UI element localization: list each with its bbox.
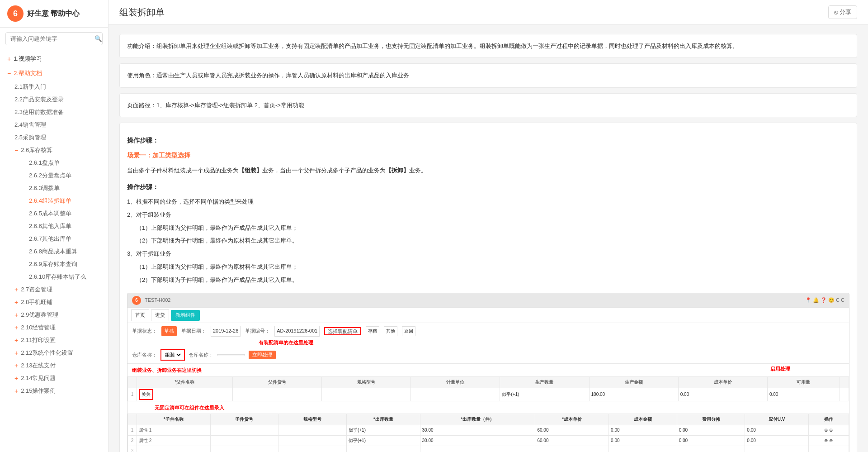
sidebar-item-ops[interactable]: + 2.10经营管理 [14,321,108,334]
sidebar-item-label: 2.8手机旺铺 [21,298,52,306]
sidebar-item-label: 2.9优惠券管理 [21,311,58,319]
top-bar: 组装拆卸单 ⎋ 分享 [108,0,868,25]
annotation-text2: 组装业务、拆卸业务在这里切换 [132,367,202,373]
mock-th-parent-no: 父件货号 [232,376,321,388]
scene1-title: 场景一：加工类型选择 [127,150,849,161]
steps-block: 操作步骤： 场景一：加工类型选择 当由多个子件材料组装成一个成品的业务为【组装】… [119,123,857,452]
screenshot-container: 6 TEST-H002 📍 🔔 ❓ 😊 C C 首页 进货 新增组件 单据状态：… [127,293,849,452]
mock-amount-val: 100.00 [589,388,678,401]
sidebar-item-customize[interactable]: + 2.12系统个性化设置 [14,347,108,359]
sidebar-item-stockcheck[interactable]: 2.6.9库存账本查询 [29,258,108,271]
mock-confirm-btn[interactable]: 立即处理 [249,351,276,359]
sidebar-item-partition[interactable]: 2.6.2分量盘点单 [29,169,108,182]
sidebar-item-faq[interactable]: + 2.14常见问题 [14,372,108,385]
search-button[interactable]: 🔍 [91,33,103,45]
sidebar-item-label: 2.1新手入门 [14,83,46,91]
sidebar-item-inother[interactable]: 2.6.6其他入库单 [29,220,108,233]
mock-child-spec2 [278,436,347,446]
mock-child-amount1: 0.00 [609,425,677,436]
mock-th-out-qty: *出库数量 [346,414,420,425]
sidebar-item-data[interactable]: 2.3使用前数据准备 [14,106,108,119]
sidebar-item-goodscost[interactable]: 2.6.8商品成本重算 [29,245,108,258]
mock-th-child-amount: 成本金额 [609,414,677,425]
role-block: 使用角色：通常由生产人员或库管人员完成拆装业务的操作，库管人员确认原材料的出库和… [119,63,857,87]
sidebar-item-purchase[interactable]: 2.5采购管理 [14,131,108,144]
step1: 1、根据不同的业务，选择不同单据的类型来处理 [127,196,849,208]
mock-th-cost: 成本单价 [678,376,767,388]
mock-dept-val: 组装 拆卸 [160,349,185,361]
sidebar-item-stockerr[interactable]: 2.6.10库存账本错了么 [29,271,108,283]
nav-sub-inventory: 2.6.1盘点单 2.6.2分量盘点单 2.6.3调拨单 2.6.4组装拆卸单 … [14,157,108,283]
sidebar-item-install[interactable]: 2.2产品安装及登录 [14,93,108,106]
sidebar-item-online[interactable]: + 2.13在线支付 [14,359,108,372]
sidebar-item-label: 2.6.4组装拆卸单 [29,197,71,205]
steps-title: 操作步骤： [127,135,849,146]
mock-dept: 仓库名称： [132,351,157,360]
sidebar-item-video[interactable]: + 1.视频学习 [0,52,108,66]
mock-nav-buy: 进货 [151,309,169,321]
sidebar-item-mobile[interactable]: + 2.8手机旺铺 [14,296,108,309]
mock-child-amount2: 0.00 [609,436,677,446]
mock-child-spec1 [278,425,347,436]
mock-type-select[interactable]: 组装 拆卸 [163,352,182,358]
sidebar-item-coupon[interactable]: + 2.9优惠券管理 [14,309,108,321]
sidebar-item-outother[interactable]: 2.6.7其他出库单 [29,233,108,245]
mock-unit-val [411,388,500,401]
mock-share2: 0.00 [677,436,745,446]
mock-share1: 0.00 [677,425,745,436]
search-box[interactable]: 🔍 [5,32,103,45]
mock-out-qty2: 似乎(+1) [346,436,420,446]
sidebar-item-label: 2.6.9库存账本查询 [29,260,77,268]
main-content: 组装拆卸单 ⎋ 分享 功能介绍：组装拆卸单用来处理企业组装或拆卸等加工业务，支持… [108,0,868,452]
share-button[interactable]: ⎋ 分享 [828,5,857,19]
expand-icon: + [14,362,18,369]
sidebar: 6 好生意 帮助中心 🔍 + 1.视频学习 − 2.帮助文档 2.1新手入门 2… [0,0,108,452]
mock-warehouse: 仓库名称： [189,351,213,360]
collapse-icon: − [14,147,18,154]
mock-parent-no-val [232,388,321,401]
sidebar-item-sales[interactable]: 2.4销售管理 [14,119,108,131]
expand-icon: + [14,324,18,331]
sidebar-item-label: 2.6.3调拨单 [29,184,60,192]
mock-th-unit: 计量单位 [411,376,500,388]
sidebar-header: 6 好生意 帮助中心 [0,0,108,28]
steps-label: 操作步骤： [127,181,849,193]
sidebar-item-label: 2.4销售管理 [14,121,46,129]
sidebar-item-adjust[interactable]: 2.6.3调拨单 [29,182,108,195]
sidebar-item-inventory[interactable]: − 2.6库存核算 [14,144,108,157]
mock-warehouse-val [217,354,245,356]
sidebar-item-print[interactable]: + 2.11打印设置 [14,334,108,347]
sidebar-item-docs[interactable]: − 2.帮助文档 [0,66,108,81]
sidebar-item-finance[interactable]: + 2.7资金管理 [14,283,108,296]
table-row: 3 [128,446,849,452]
intro-block: 功能介绍：组装拆卸单用来处理企业组装或拆卸等加工业务，支持有固定装配清单的产品加… [119,34,857,58]
mock-th-op: 操作 [808,414,849,425]
mock-draft: 草稿 [161,326,177,336]
mock-qty-val: 似乎(+1) [500,388,589,401]
sidebar-item-new[interactable]: 2.1新手入门 [14,81,108,93]
expand-icon: + [14,349,18,357]
sidebar-item-stocktake[interactable]: 2.6.1盘点单 [29,157,108,169]
annotation-text1: 有装配清单的在这里处理 [259,338,844,347]
sidebar-item-label: 2.6.2分量盘点单 [29,171,71,180]
table-row: 1 关关 似乎(+1) 100.00 0.00 0.00 [128,388,849,401]
sidebar-item-label: 2.12系统个性化设置 [21,349,73,357]
sidebar-item-cases[interactable]: + 2.15操作案例 [14,385,108,397]
expand-icon: + [7,55,11,62]
path-text: 页面路径：1、库存核算->库存管理->组装拆卸单 2、首页->常用功能 [127,102,304,109]
search-input[interactable] [6,33,91,45]
sidebar-item-cost[interactable]: 2.6.5成本调整单 [29,207,108,220]
mock-parent-name: 关关 [139,389,153,400]
nav-sub-docs: 2.1新手入门 2.2产品安装及登录 2.3使用前数据准备 2.4销售管理 2.… [0,81,108,397]
mock-th-out-qty2: *出库数量（件） [420,414,535,425]
collapse-icon: − [7,70,11,77]
sidebar-item-label: 2.7资金管理 [21,285,52,294]
annotation-text4: 无固定清单可在组件在这里录入 [155,405,224,410]
sidebar-item-label: 2.6.5成本调整单 [29,209,71,218]
mock-th-spec: 规格型号 [321,376,410,388]
step2-1: （1）上部明细为父件明细，最终作为产成品生成其它入库单； [127,223,849,234]
mock-out-qty2a: 30.00 [420,425,535,436]
sidebar-item-label: 2.5采购管理 [14,133,46,142]
mock-payable2: 0.00 [745,436,808,446]
sidebar-item-assembly[interactable]: 2.6.4组装拆卸单 [29,195,108,207]
